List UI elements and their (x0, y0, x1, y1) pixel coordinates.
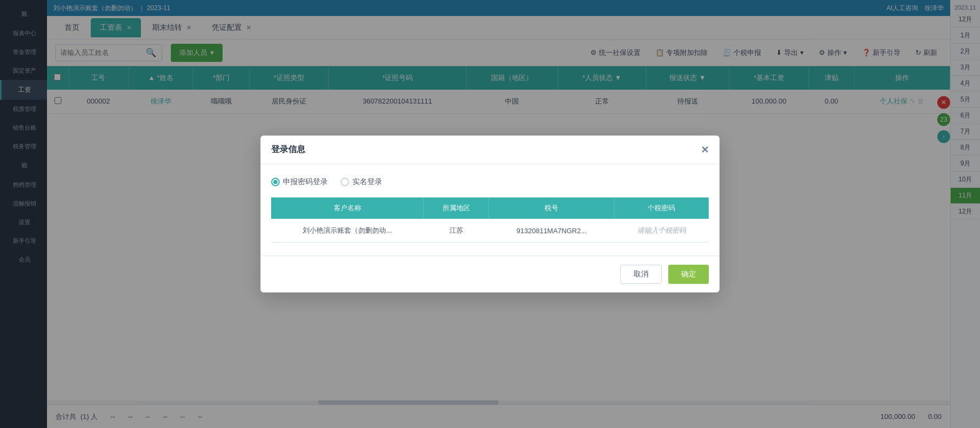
login-dialog: 登录信息 ✕ 申报密码登录 实名登录 客户名称 所属地区 (260, 136, 720, 292)
dialog-table-row: 刘小艳演示账套（勿删勿动... 江苏 91320811MA7NGR2... 请输… (271, 219, 709, 242)
dlg-col-tax-pwd: 个税密码 (614, 197, 709, 219)
dialog-body: 申报密码登录 实名登录 客户名称 所属地区 税号 个税密码 (260, 164, 720, 256)
dialog-footer: 取消 确定 (260, 256, 720, 292)
dlg-col-region: 所属地区 (424, 197, 489, 219)
dlg-cell-region: 江苏 (424, 219, 489, 242)
login-method-group: 申报密码登录 实名登录 (271, 177, 709, 187)
radio-password-login[interactable]: 申报密码登录 (271, 177, 328, 187)
radio-realname-circle (341, 178, 349, 186)
dialog-header: 登录信息 ✕ (260, 136, 720, 164)
tax-password-input[interactable]: 请输入个税密码 (637, 226, 686, 234)
dlg-cell-tax-num: 91320811MA7NGR2... (489, 219, 614, 242)
dialog-close-button[interactable]: ✕ (701, 145, 709, 155)
confirm-button[interactable]: 确定 (668, 265, 709, 284)
dlg-col-tax-num: 税号 (489, 197, 614, 219)
dialog-overlay[interactable]: 登录信息 ✕ 申报密码登录 实名登录 客户名称 所属地区 (0, 0, 980, 428)
radio-password-label: 申报密码登录 (283, 177, 328, 187)
dialog-title: 登录信息 (271, 144, 305, 155)
dialog-client-table: 客户名称 所属地区 税号 个税密码 刘小艳演示账套（勿删勿动... 江苏 913… (271, 197, 709, 243)
radio-password-circle (271, 178, 280, 186)
dlg-cell-tax-pwd[interactable]: 请输入个税密码 (614, 219, 709, 242)
radio-realname-label: 实名登录 (352, 177, 382, 187)
dlg-cell-client-name: 刘小艳演示账套（勿删勿动... (271, 219, 424, 242)
dlg-col-name: 客户名称 (271, 197, 424, 219)
radio-realname-login[interactable]: 实名登录 (341, 177, 382, 187)
cancel-button[interactable]: 取消 (620, 265, 662, 284)
